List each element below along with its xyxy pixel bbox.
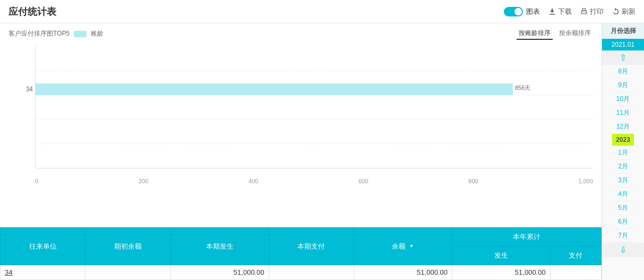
- chart-toggle[interactable]: [504, 7, 523, 16]
- x-label-200: 200: [139, 178, 148, 184]
- sidebar-months: 8月9月10月11月12月20231月2月3月4月5月6月7月: [612, 65, 634, 243]
- x-label-400: 400: [248, 178, 258, 184]
- sort-by-amount-button[interactable]: 按余额排序: [557, 28, 593, 40]
- grid-line: [36, 119, 593, 120]
- bar-chart: 34 856天 0 200 400 600 800: [8, 46, 593, 184]
- data-table: 往来单位 期初余额 本期发生 本期支付 余额 本年累计 发生: [0, 227, 602, 280]
- sidebar-up-button[interactable]: ⇧: [602, 50, 644, 65]
- sort-icon: [409, 243, 414, 249]
- chart-sort-buttons: 按账龄排序 按余额排序: [517, 28, 593, 40]
- td-unit: 34: [1, 265, 85, 280]
- download-icon: [548, 8, 556, 15]
- th-unit: 往来单位: [1, 228, 85, 265]
- table-row: 34 51,000.00 51,000.00 51,000.00: [1, 265, 602, 280]
- refresh-button[interactable]: 刷新: [612, 7, 636, 16]
- th-ytd-payment: 支付: [550, 247, 601, 265]
- chart-plot-area: 34 856天: [35, 46, 593, 168]
- th-opening: 期初余额: [85, 228, 170, 265]
- refresh-icon: [612, 8, 620, 15]
- header-actions: 图表 下载 打印 刷新: [504, 7, 636, 16]
- month-item[interactable]: 3月: [612, 174, 634, 188]
- th-balance: 余额: [354, 228, 452, 265]
- download-label: 下载: [558, 7, 572, 16]
- th-payment: 本期支付: [269, 228, 354, 265]
- x-label-600: 600: [358, 178, 368, 184]
- chart-toggle-label: 图表: [526, 7, 540, 16]
- chart-header: 客户应付排序图TOP5 账龄 按账龄排序 按余额排序: [0, 23, 602, 42]
- legend-box: [74, 31, 87, 37]
- right-sidebar: 月份选择 2021.01 ⇧ 8月9月10月11月12月20231月2月3月4月…: [602, 23, 644, 280]
- y-axis: [8, 46, 35, 168]
- legend-box-label: 账龄: [91, 29, 104, 38]
- month-item[interactable]: 8月: [612, 65, 634, 79]
- sidebar-date[interactable]: 2021.01: [602, 39, 644, 50]
- legend-text: 客户应付排序图TOP5: [8, 29, 70, 38]
- td-occurrence: 51,000.00: [170, 265, 269, 280]
- th-ytd-occurrence: 发生: [452, 247, 550, 265]
- refresh-label: 刷新: [622, 7, 636, 16]
- month-item[interactable]: 2023: [612, 134, 634, 146]
- x-label-800: 800: [468, 178, 478, 184]
- grid-line: [36, 143, 593, 144]
- download-button[interactable]: 下载: [548, 7, 572, 16]
- page-title: 应付统计表: [8, 5, 56, 18]
- sidebar-header: 月份选择: [602, 23, 644, 39]
- bar-row: 34 856天: [36, 83, 593, 96]
- td-ytd-payment: [550, 265, 601, 280]
- sidebar-nav: ⇧ 8月9月10月11月12月20231月2月3月4月5月6月7月 ⇩: [602, 50, 644, 257]
- print-button[interactable]: 打印: [580, 7, 604, 16]
- td-ytd-occurrence: 51,000.00: [452, 265, 550, 280]
- svg-rect-3: [582, 12, 586, 14]
- main-content: 客户应付排序图TOP5 账龄 按账龄排序 按余额排序: [0, 23, 644, 280]
- print-icon: [580, 8, 588, 15]
- month-item[interactable]: 7月: [612, 229, 634, 243]
- svg-rect-0: [549, 14, 555, 15]
- x-label-0: 0: [35, 178, 38, 184]
- th-occurrence: 本期发生: [170, 228, 269, 265]
- month-item[interactable]: 9月: [612, 79, 634, 92]
- svg-rect-2: [582, 9, 586, 11]
- app-container: 应付统计表 图表 下载 打印 刷新: [0, 0, 644, 280]
- month-item[interactable]: 11月: [612, 106, 634, 120]
- td-balance: 51,000.00: [354, 265, 452, 280]
- bar-end-label: 856天: [515, 84, 530, 92]
- grid-lines: [36, 46, 593, 168]
- td-opening: [85, 265, 170, 280]
- month-item[interactable]: 12月: [612, 120, 634, 134]
- print-label: 打印: [590, 7, 604, 16]
- month-item[interactable]: 10月: [612, 92, 634, 106]
- header: 应付统计表 图表 下载 打印 刷新: [0, 0, 644, 23]
- sort-by-balance-button[interactable]: 按账龄排序: [517, 28, 553, 40]
- chart-toggle-wrap: 图表: [504, 7, 540, 16]
- chart-legend: 客户应付排序图TOP5 账龄: [8, 29, 104, 38]
- month-item[interactable]: 6月: [612, 215, 634, 229]
- month-item[interactable]: 1月: [612, 146, 634, 160]
- bar-chart-wrap: 34 856天 0 200 400 600 800: [0, 42, 602, 227]
- month-item[interactable]: 4月: [612, 188, 634, 201]
- svg-marker-4: [410, 245, 413, 248]
- sidebar-down-button[interactable]: ⇩: [602, 243, 644, 257]
- table-section: 往来单位 期初余额 本期发生 本期支付 余额 本年累计 发生: [0, 227, 602, 280]
- x-label-1000: 1,000: [578, 178, 593, 184]
- th-ytd-group: 本年累计: [452, 228, 601, 247]
- x-axis-labels: 0 200 400 600 800 1,000: [35, 178, 593, 184]
- bar-fill: [36, 83, 513, 95]
- chart-area: 客户应付排序图TOP5 账龄 按账龄排序 按余额排序: [0, 23, 602, 280]
- month-item[interactable]: 2月: [612, 160, 634, 174]
- td-payment: [269, 265, 354, 280]
- grid-line: [36, 71, 593, 71]
- month-item[interactable]: 5月: [612, 201, 634, 215]
